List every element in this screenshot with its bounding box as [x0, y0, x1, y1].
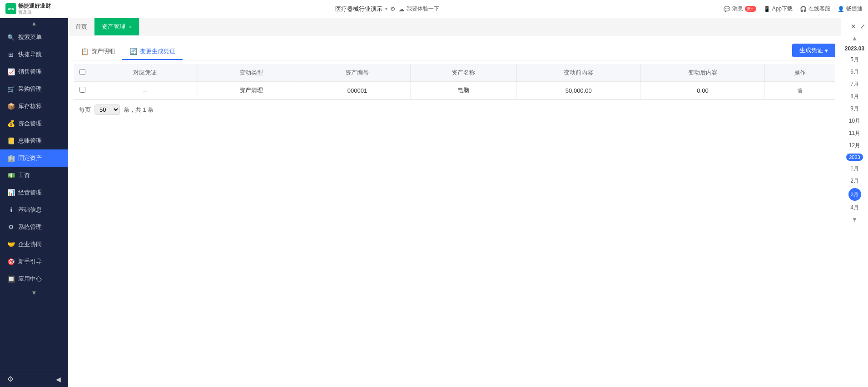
enterprise-icon: 🤝 [7, 241, 15, 248]
salary-icon: 💵 [7, 172, 15, 179]
sidebar-item-label-fixed-assets: 固定资产 [18, 154, 42, 162]
sales-icon: 📈 [7, 68, 15, 75]
message-icon: 💬 [724, 6, 730, 12]
month-4[interactable]: 4月 [845, 202, 865, 214]
guide-icon: 🎯 [7, 258, 15, 265]
customer-service-label: 在线客服 [808, 5, 830, 13]
per-page-select[interactable]: 50 10 20 100 [94, 104, 120, 115]
right-panel-close-btn[interactable]: ✕ [850, 22, 857, 31]
user-btn[interactable]: 👤 畅捷通 [838, 5, 863, 13]
month-11[interactable]: 11月 [845, 127, 865, 139]
right-panel-nav-down[interactable]: ▼ [850, 214, 860, 225]
sidebar-item-basic-info[interactable]: ℹ 基础信息 [0, 201, 68, 218]
row-delete-btn[interactable]: 🗑 [797, 87, 803, 94]
tab-close-icon[interactable]: × [129, 24, 132, 30]
generate-voucher-dropdown-icon[interactable]: ▾ [825, 47, 828, 54]
total-label: 条，共 1 条 [124, 106, 154, 114]
sidebar-item-purchase[interactable]: 🛒 采购管理 [0, 80, 68, 98]
sub-tab-change-voucher[interactable]: 🔄 变更生成凭证 [122, 44, 183, 60]
sidebar-item-ledger[interactable]: 📒 总账管理 [0, 132, 68, 149]
month-10[interactable]: 10月 [845, 115, 865, 127]
month-3-active[interactable]: 3月 [848, 188, 861, 201]
quick-nav-icon: ⊞ [7, 51, 15, 58]
month-12[interactable]: 12月 [845, 139, 865, 152]
sidebar-item-funds[interactable]: 💰 资金管理 [0, 115, 68, 132]
current-year-label: 2023 [846, 154, 863, 161]
data-table: 对应凭证 变动类型 资产编号 资产名称 变动前内容 变动后内容 操作 [74, 64, 835, 99]
user-avatar-icon: 👤 [838, 6, 844, 12]
user-label: 畅捷通 [846, 5, 863, 13]
row-before-change: 50,000.00 [516, 82, 640, 99]
messages-btn[interactable]: 💬 消息 99+ [724, 5, 756, 13]
right-panel-expand-btn[interactable]: ⤢ [859, 22, 866, 31]
customer-service-icon: 🎧 [800, 6, 807, 12]
ledger-icon: 📒 [7, 137, 15, 144]
content-area: 首页 资产管理 × 📋 资产明细 🔄 变更生成凭证 [68, 18, 841, 387]
sidebar-scroll-down[interactable]: ▼ [0, 288, 68, 298]
month-9[interactable]: 9月 [845, 103, 865, 115]
month-2[interactable]: 2月 [845, 175, 865, 187]
experience-label: 我要体验一下 [407, 5, 439, 13]
sidebar-scroll-up[interactable]: ▲ [0, 18, 68, 29]
month-8[interactable]: 8月 [845, 90, 865, 103]
right-panel-nav-up[interactable]: ▲ [850, 33, 860, 44]
row-after-change: 0.00 [640, 82, 764, 99]
asset-detail-icon: 📋 [81, 48, 89, 55]
sidebar-item-salary[interactable]: 💵 工资 [0, 167, 68, 184]
top-bar: AtA 畅捷通好业财 普及版 医疗器械行业演示 ▾ ⚙ ☁ 我要体验一下 💬 消… [0, 0, 868, 18]
sidebar-item-sales[interactable]: 📈 销售管理 [0, 63, 68, 80]
row-change-type: 资产清理 [198, 82, 304, 99]
table-header-checkbox [74, 64, 92, 82]
sidebar-settings-icon[interactable]: ⚙ [7, 375, 14, 383]
select-all-checkbox[interactable] [79, 69, 85, 75]
sub-tab-change-voucher-label: 变更生成凭证 [140, 47, 175, 55]
sidebar-item-quick-nav[interactable]: ⊞ 快捷导航 [0, 46, 68, 63]
sub-tab-asset-detail[interactable]: 📋 资产明细 [74, 44, 122, 60]
sidebar-item-label-sales: 销售管理 [18, 68, 42, 76]
month-1[interactable]: 1月 [845, 163, 865, 175]
sidebar-item-label-inventory: 库存核算 [18, 102, 42, 110]
fixed-assets-icon: 🏢 [7, 154, 15, 162]
logo-text: 畅捷通好业财 [18, 3, 51, 9]
month-7[interactable]: 7月 [845, 78, 865, 90]
sidebar-item-label-purchase: 采购管理 [18, 85, 42, 93]
row-checkbox-cell [74, 82, 92, 99]
tab-bar: 首页 资产管理 × [68, 18, 841, 35]
inner-content: 📋 资产明细 🔄 变更生成凭证 生成凭证 ▾ [68, 35, 841, 387]
sidebar-item-enterprise[interactable]: 🤝 企业协同 [0, 236, 68, 253]
company-settings-icon[interactable]: ⚙ [390, 5, 396, 12]
company-selector: 医疗器械行业演示 ▾ ⚙ ☁ 我要体验一下 [335, 5, 439, 13]
month-6[interactable]: 6月 [845, 66, 865, 78]
tab-home[interactable]: 首页 [68, 23, 94, 31]
customer-service-btn[interactable]: 🎧 在线客服 [800, 5, 830, 13]
app-download-btn[interactable]: 📱 App下载 [764, 5, 793, 13]
sidebar-collapse-icon[interactable]: ◀ [56, 376, 61, 383]
table-footer: 每页 50 10 20 100 条，共 1 条 [74, 99, 835, 119]
sidebar-item-label-app-center: 应用中心 [18, 275, 42, 283]
sidebar-item-operations[interactable]: 📊 经营管理 [0, 184, 68, 201]
table-header-change-type: 变动类型 [198, 64, 304, 82]
sub-tabs: 📋 资产明细 🔄 变更生成凭证 [74, 44, 183, 60]
sidebar-item-app-center[interactable]: 🔲 应用中心 [0, 270, 68, 288]
month-5[interactable]: 5月 [845, 54, 865, 66]
tab-active-label: 资产管理 [102, 23, 125, 31]
tab-asset-management[interactable]: 资产管理 × [94, 18, 139, 35]
table-header-action: 操作 [765, 64, 835, 82]
company-dropdown-icon[interactable]: ▾ [385, 6, 387, 11]
sidebar-item-fixed-assets[interactable]: 🏢 固定资产 [0, 149, 68, 167]
app-center-icon: 🔲 [7, 275, 15, 283]
app-download-icon: 📱 [764, 6, 770, 12]
logo-abbr: AtA [8, 7, 14, 11]
action-bar: 生成凭证 ▾ [792, 41, 835, 60]
sidebar-item-label-salary: 工资 [18, 171, 30, 179]
sidebar-item-label-operations: 经营管理 [18, 189, 42, 197]
sidebar-item-inventory[interactable]: 📦 库存核算 [0, 98, 68, 115]
sidebar-item-system[interactable]: ⚙ 系统管理 [0, 218, 68, 236]
sidebar-item-guide[interactable]: 🎯 新手引导 [0, 253, 68, 270]
generate-voucher-btn[interactable]: 生成凭证 ▾ [792, 44, 835, 57]
experience-btn[interactable]: ☁ 我要体验一下 [398, 5, 439, 13]
sidebar-search[interactable]: 🔍 搜索菜单 [0, 29, 68, 46]
row-checkbox[interactable] [79, 87, 85, 93]
sub-tab-asset-detail-label: 资产明细 [91, 47, 115, 55]
funds-icon: 💰 [7, 120, 15, 127]
